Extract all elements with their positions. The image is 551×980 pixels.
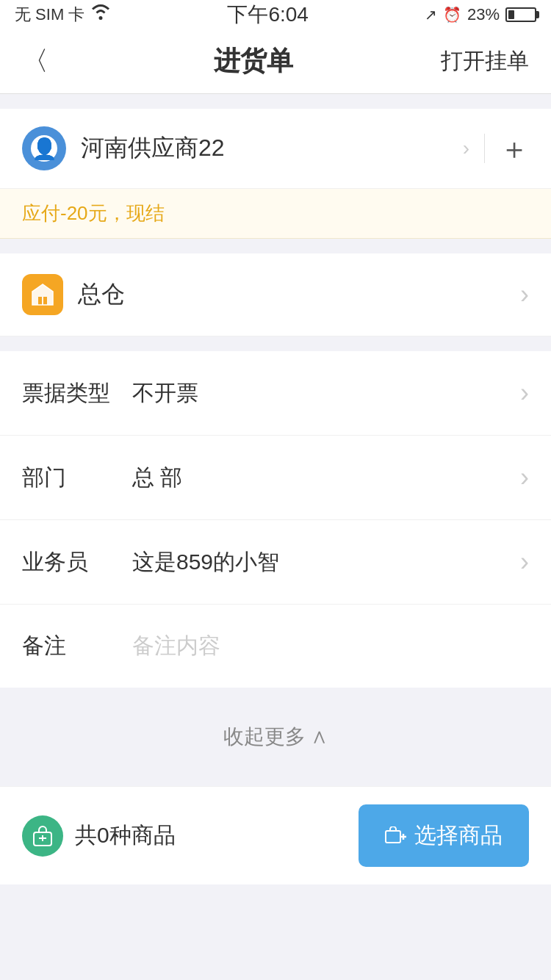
- sim-label: 无 SIM 卡: [15, 4, 84, 26]
- dept-value: 总 部: [125, 463, 520, 493]
- gps-icon: ↗: [425, 6, 437, 24]
- svg-rect-0: [38, 297, 42, 305]
- alarm-icon: ⏰: [443, 6, 461, 24]
- dept-label: 部门: [22, 463, 125, 493]
- select-goods-button[interactable]: 选择商品: [359, 804, 529, 867]
- page-title: 进货单: [214, 43, 293, 79]
- avatar-person-icon: 👤: [31, 135, 57, 162]
- salesperson-row[interactable]: 业务员 这是859的小智 ›: [0, 520, 551, 605]
- back-button[interactable]: 〈: [22, 43, 66, 79]
- warehouse-chevron-icon: ›: [520, 279, 529, 310]
- bottom-bar: 共0种商品 选择商品: [0, 786, 551, 884]
- form-section: 票据类型 不开票 › 部门 总 部 › 业务员 这是859的小智 › 备注 备注…: [0, 351, 551, 688]
- remark-label: 备注: [22, 631, 125, 661]
- wifi-icon: [90, 4, 111, 25]
- battery-icon: [505, 7, 536, 22]
- nav-bar: 〈 进货单 打开挂单: [0, 29, 551, 94]
- status-bar: 无 SIM 卡 下午6:04 ↗ ⏰ 23%: [0, 0, 551, 29]
- goods-icon-wrap: [22, 815, 63, 857]
- invoice-value: 不开票: [125, 378, 520, 408]
- open-pending-button[interactable]: 打开挂单: [441, 46, 529, 76]
- svg-rect-1: [43, 297, 47, 305]
- status-right: ↗ ⏰ 23%: [425, 5, 536, 24]
- battery-pct: 23%: [467, 5, 500, 24]
- supplier-row[interactable]: 👤 河南供应商22 › ＋: [0, 109, 551, 189]
- status-left: 无 SIM 卡: [15, 4, 111, 26]
- gap-1: [0, 94, 551, 109]
- goods-summary: 共0种商品: [22, 815, 176, 857]
- vertical-divider: [484, 134, 485, 163]
- supplier-actions: › ＋: [463, 129, 529, 169]
- dept-chevron-icon: ›: [520, 462, 529, 493]
- dept-row[interactable]: 部门 总 部 ›: [0, 436, 551, 520]
- collapse-text: 收起更多 ∧: [223, 723, 328, 751]
- notice-bar: 应付-20元，现结: [0, 189, 551, 239]
- select-goods-icon: [385, 826, 407, 846]
- remark-row[interactable]: 备注 备注内容: [0, 605, 551, 688]
- svg-rect-5: [386, 831, 400, 843]
- notice-text: 应付-20元，现结: [22, 202, 165, 224]
- warehouse-icon-wrap: [22, 274, 63, 315]
- salesperson-value: 这是859的小智: [125, 547, 520, 577]
- status-time: 下午6:04: [227, 1, 309, 29]
- warehouse-row[interactable]: 总仓 ›: [0, 253, 551, 336]
- supplier-name: 河南供应商22: [81, 132, 463, 165]
- supplier-chevron-icon: ›: [463, 137, 469, 160]
- remark-input[interactable]: 备注内容: [125, 631, 529, 661]
- salesperson-chevron-icon: ›: [520, 547, 529, 577]
- salesperson-label: 业务员: [22, 547, 125, 577]
- add-button[interactable]: ＋: [500, 129, 529, 169]
- collapse-bar[interactable]: 收起更多 ∧: [0, 702, 551, 771]
- invoice-row[interactable]: 票据类型 不开票 ›: [0, 351, 551, 436]
- select-goods-label: 选择商品: [414, 821, 503, 851]
- warehouse-name: 总仓: [78, 278, 520, 311]
- goods-bag-icon: [30, 824, 55, 849]
- warehouse-icon: [30, 282, 55, 307]
- page-background: [0, 884, 551, 980]
- supplier-avatar: 👤: [22, 126, 66, 170]
- supplier-section: 👤 河南供应商22 › ＋ 应付-20元，现结: [0, 109, 551, 239]
- invoice-chevron-icon: ›: [520, 378, 529, 408]
- goods-count-label: 共0种商品: [75, 821, 176, 851]
- invoice-label: 票据类型: [22, 378, 125, 408]
